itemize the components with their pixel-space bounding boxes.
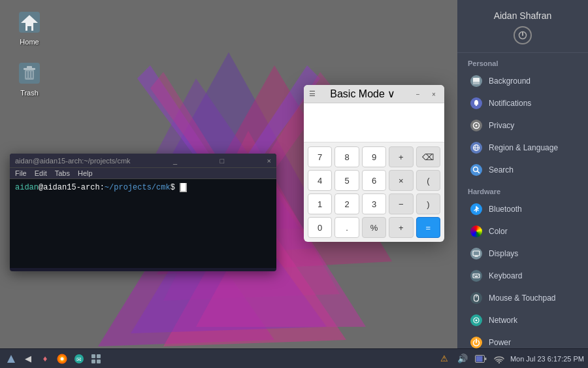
svg-rect-58	[97, 360, 101, 363]
network-label: Network	[489, 316, 517, 325]
svg-point-52	[61, 357, 64, 360]
calc-btn-9[interactable]: 9	[362, 146, 386, 167]
panel-header: Aidan Shafran	[457, 0, 588, 53]
tb-firefox-icon[interactable]	[55, 352, 69, 366]
keyboard-icon	[470, 270, 482, 282]
calc-btn-percent[interactable]: %	[362, 217, 386, 238]
calc-btn-3[interactable]: 3	[362, 193, 386, 214]
panel-item-keyboard[interactable]: Keyboard	[460, 265, 585, 286]
tb-warning-icon[interactable]: ⚠	[437, 352, 451, 366]
calc-btn-dot[interactable]: .	[335, 217, 359, 238]
terminal-body[interactable]: aidan@aidan15-arch:~/projects/cmk$ █	[10, 179, 276, 268]
terminal-minimize[interactable]: _	[173, 157, 177, 165]
desktop-icon-home[interactable]: Home	[7, 7, 52, 48]
calc-btn-plus-bottom[interactable]: +	[389, 217, 413, 238]
svg-rect-13	[27, 26, 31, 31]
panel-item-bluetooth[interactable]: Bluetooth	[460, 199, 585, 220]
calc-btn-1[interactable]: 1	[308, 193, 332, 214]
mouse-icon	[470, 292, 482, 304]
trash-icon	[16, 60, 42, 86]
displays-label: Displays	[489, 249, 518, 258]
panel-item-power[interactable]: Power	[460, 332, 585, 348]
terminal-menu-file[interactable]: File	[15, 169, 27, 177]
calc-btn-multiply[interactable]: ×	[389, 170, 413, 191]
tb-grid-icon[interactable]	[89, 352, 103, 366]
terminal-menu-help[interactable]: Help	[78, 169, 93, 177]
calc-close[interactable]: ×	[429, 90, 439, 100]
taskbar-right: ⚠ 🔊 Mon Jul 23 6:17:25 PM	[437, 352, 584, 366]
calc-btn-openparen[interactable]: (	[416, 170, 440, 191]
calc-btn-4[interactable]: 4	[308, 170, 332, 191]
svg-text:✉: ✉	[76, 356, 82, 363]
search-icon	[470, 164, 482, 176]
panel-item-notifications[interactable]: Notifications	[460, 93, 585, 114]
terminal-cursor: █	[180, 183, 187, 192]
terminal-prompt-sym: $	[171, 183, 180, 192]
datetime: Mon Jul 23 6:17:25 PM	[510, 355, 584, 363]
search-label: Search	[489, 165, 514, 175]
displays-icon	[470, 248, 482, 259]
calc-btn-8[interactable]: 8	[335, 146, 359, 167]
power-button[interactable]	[514, 26, 532, 44]
calc-btn-backspace[interactable]: ⌫	[416, 146, 440, 167]
terminal-menu-tabs[interactable]: Tabs	[55, 169, 70, 177]
tb-back-icon[interactable]: ◀	[21, 352, 35, 366]
tb-volume-icon[interactable]: 🔊	[455, 352, 470, 366]
calc-btn-7[interactable]: 7	[308, 146, 332, 167]
svg-rect-61	[485, 358, 487, 360]
taskbar-left: ◀ ♦ ✉	[4, 352, 103, 366]
svg-marker-49	[7, 355, 15, 363]
svg-rect-33	[473, 251, 480, 256]
calc-btn-0[interactable]: 0	[308, 217, 332, 238]
calc-title: Basic Mode ∨	[330, 88, 395, 100]
calc-btn-2[interactable]: 2	[335, 193, 359, 214]
svg-line-32	[478, 171, 480, 173]
terminal-prompt-path: ~/projects/cmk	[105, 183, 171, 192]
desktop-icon-trash[interactable]: Trash	[7, 58, 52, 99]
svg-point-42	[476, 320, 478, 322]
tb-network-icon[interactable]	[492, 352, 506, 366]
panel-item-network[interactable]: Network	[460, 310, 585, 331]
tb-battery-icon[interactable]	[474, 352, 488, 366]
calc-btn-minus[interactable]: −	[389, 193, 413, 214]
panel-item-privacy[interactable]: Privacy	[460, 115, 585, 136]
notifications-icon	[470, 97, 482, 109]
panel-item-search[interactable]: Search	[460, 159, 585, 180]
terminal-window[interactable]: aidan@aidan15-arch:~/projects/cmk _ □ × …	[10, 154, 276, 271]
calc-minimize[interactable]: −	[413, 90, 423, 100]
tb-menu-icon[interactable]	[4, 352, 18, 366]
svg-rect-60	[476, 356, 482, 361]
panel-item-displays[interactable]: Displays	[460, 243, 585, 264]
panel-item-background[interactable]: Background	[460, 71, 585, 92]
network-icon	[470, 314, 482, 326]
bluetooth-icon	[470, 203, 482, 215]
power-label: Power	[489, 338, 511, 347]
calculator-window[interactable]: ☰ Basic Mode ∨ − × 7 8 9 + ⌫ 4 5 6 × ( 1…	[304, 85, 444, 242]
terminal-close[interactable]: ×	[267, 157, 271, 165]
background-label: Background	[489, 76, 531, 86]
svg-point-27	[476, 125, 478, 127]
panel-item-mouse[interactable]: Mouse & Touchpad	[460, 288, 585, 309]
power-icon	[470, 337, 482, 348]
calc-btn-5[interactable]: 5	[335, 170, 359, 191]
terminal-maximize[interactable]: □	[220, 157, 224, 165]
svg-rect-57	[91, 360, 95, 363]
calc-btn-plus-top[interactable]: +	[389, 146, 413, 167]
calc-btn-closeparen[interactable]: )	[416, 193, 440, 214]
svg-rect-24	[473, 82, 480, 84]
panel-item-color[interactable]: Color	[460, 221, 585, 242]
calc-btn-6[interactable]: 6	[362, 170, 386, 191]
color-label: Color	[489, 227, 508, 236]
terminal-title: aidan@aidan15-arch:~/projects/cmk	[15, 157, 131, 165]
background-icon	[470, 75, 482, 87]
calc-btn-equals[interactable]: =	[416, 217, 440, 238]
tb-app-icon-1[interactable]: ♦	[38, 352, 52, 366]
region-icon	[470, 142, 482, 154]
color-icon	[470, 226, 482, 237]
terminal-menu-edit[interactable]: Edit	[35, 169, 47, 177]
mouse-label: Mouse & Touchpad	[489, 293, 556, 303]
privacy-icon	[470, 120, 482, 131]
tb-chat-icon[interactable]: ✉	[72, 352, 86, 366]
svg-rect-17	[27, 66, 32, 69]
panel-item-region[interactable]: Region & Language	[460, 137, 585, 158]
